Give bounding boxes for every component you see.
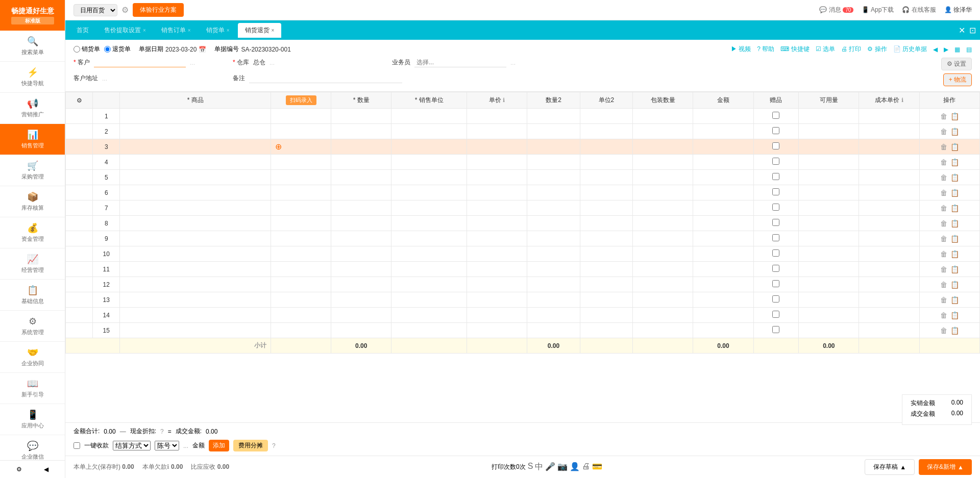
row-qty2-5[interactable] [527,170,580,185]
warehouse-link[interactable]: ... [270,59,275,66]
row-available-3[interactable] [799,139,859,155]
toolbar-view1[interactable]: ▦ [954,46,960,53]
gift-checkbox-13[interactable] [772,295,779,303]
row-actions-6[interactable]: 🗑 📋 [919,185,979,200]
one-click-payment-checkbox[interactable] [74,442,80,449]
sidebar-item-3[interactable]: 📊销售管理 [0,124,65,155]
row-unit-8[interactable] [391,216,467,231]
tab-close-2[interactable]: × [188,28,191,33]
row-gift-15[interactable] [753,323,799,338]
row-qty-9[interactable] [331,231,391,246]
row-unit-12[interactable] [391,277,467,292]
row-amount-6[interactable] [693,185,753,200]
row-available-2[interactable] [799,124,859,139]
sale-radio[interactable]: 销货单 [74,45,100,54]
delete-icon-8[interactable]: 🗑 [940,219,947,228]
salesperson-link[interactable]: ... [510,59,516,66]
row-price-11[interactable] [467,262,527,277]
sidebar-item-10[interactable]: 🤝企业协同 [0,342,65,373]
row-gift-8[interactable] [753,216,799,231]
app-download-link[interactable]: 📱 App下载 [862,6,894,14]
sidebar-item-9[interactable]: ⚙系统管理 [0,311,65,342]
row-cost-7[interactable] [859,200,919,216]
row-goods-4[interactable] [120,155,271,170]
gift-checkbox-6[interactable] [772,188,779,195]
row-cost-13[interactable] [859,292,919,308]
row-actions-13[interactable]: 🗑 📋 [919,292,979,308]
row-cost-8[interactable] [859,216,919,231]
row-qty2-6[interactable] [527,185,580,200]
row-pack-13[interactable] [633,292,693,308]
copy-icon-1[interactable]: 📋 [950,112,959,120]
delete-icon-5[interactable]: 🗑 [940,173,947,182]
sidebar-collapse-icon[interactable]: ◀ [44,466,48,473]
row-unit-2[interactable] [391,124,467,139]
gift-checkbox-8[interactable] [772,219,779,226]
copy-icon-15[interactable]: 📋 [950,326,959,335]
row-gift-5[interactable] [753,170,799,185]
row-qty2-1[interactable] [527,109,580,124]
row-cost-5[interactable] [859,170,919,185]
account-link[interactable]: ... [183,442,188,449]
copy-icon-8[interactable]: 📋 [950,219,959,228]
copy-icon-7[interactable]: 📋 [950,204,959,212]
row-qty2-14[interactable] [527,308,580,323]
copy-icon-5[interactable]: 📋 [950,173,959,182]
address-link[interactable]: ... [102,75,107,82]
toolbar-history[interactable]: 📄 历史单据 [893,45,927,54]
gift-checkbox-11[interactable] [772,265,779,272]
row-qty2-11[interactable] [527,262,580,277]
copy-icon-12[interactable]: 📋 [950,281,959,289]
gift-checkbox-15[interactable] [772,326,779,333]
gift-checkbox-2[interactable] [772,127,779,134]
row-qty2-12[interactable] [527,277,580,292]
row-cost-6[interactable] [859,185,919,200]
th-scan[interactable]: 扫码录入 [271,92,331,109]
row-price-9[interactable] [467,231,527,246]
row-unit-13[interactable] [391,292,467,308]
row-qty-8[interactable] [331,216,391,231]
delete-icon-13[interactable]: 🗑 [940,296,947,304]
row-pack-11[interactable] [633,262,693,277]
row-amount-8[interactable] [693,216,753,231]
copy-icon-14[interactable]: 📋 [950,311,959,319]
delete-icon-3[interactable]: 🗑 [940,143,947,151]
delete-icon-2[interactable]: 🗑 [940,128,947,136]
row-unit2-14[interactable] [580,308,632,323]
goods-input-3[interactable] [124,143,266,150]
tab-4[interactable]: 销货退货× [238,23,282,38]
row-available-5[interactable] [799,170,859,185]
row-available-7[interactable] [799,200,859,216]
row-available-8[interactable] [799,216,859,231]
toolbar-prev[interactable]: ◀ [933,46,938,53]
row-amount-5[interactable] [693,170,753,185]
row-actions-7[interactable]: 🗑 📋 [919,200,979,216]
sidebar-bottom[interactable]: ⚙ ◀ [0,460,65,478]
row-price-7[interactable] [467,200,527,216]
row-actions-1[interactable]: 🗑 📋 [919,109,979,124]
sidebar-item-6[interactable]: 💰资金管理 [0,217,65,248]
row-unit-4[interactable] [391,155,467,170]
account-no-select[interactable]: 陈号 [155,441,179,450]
row-unit2-9[interactable] [580,231,632,246]
row-qty-11[interactable] [331,262,391,277]
row-price-8[interactable] [467,216,527,231]
row-unit2-11[interactable] [580,262,632,277]
row-goods-9[interactable] [120,231,271,246]
row-price-14[interactable] [467,308,527,323]
row-unit-5[interactable] [391,170,467,185]
row-qty-15[interactable] [331,323,391,338]
row-pack-6[interactable] [633,185,693,200]
row-gift-1[interactable] [753,109,799,124]
scan-input-button[interactable]: 扫码录入 [286,95,316,105]
toolbar-view2[interactable]: ▤ [966,46,972,53]
logistics-button[interactable]: + 物流 [943,73,972,86]
row-pack-10[interactable] [633,246,693,262]
copy-icon-6[interactable]: 📋 [950,189,959,197]
row-qty2-4[interactable] [527,155,580,170]
online-service-link[interactable]: 🎧 在线客服 [902,6,936,14]
tab-2[interactable]: 销售订单× [154,23,198,38]
tab-0[interactable]: 首页 [69,23,96,38]
delete-icon-14[interactable]: 🗑 [940,311,947,319]
row-qty-13[interactable] [331,292,391,308]
